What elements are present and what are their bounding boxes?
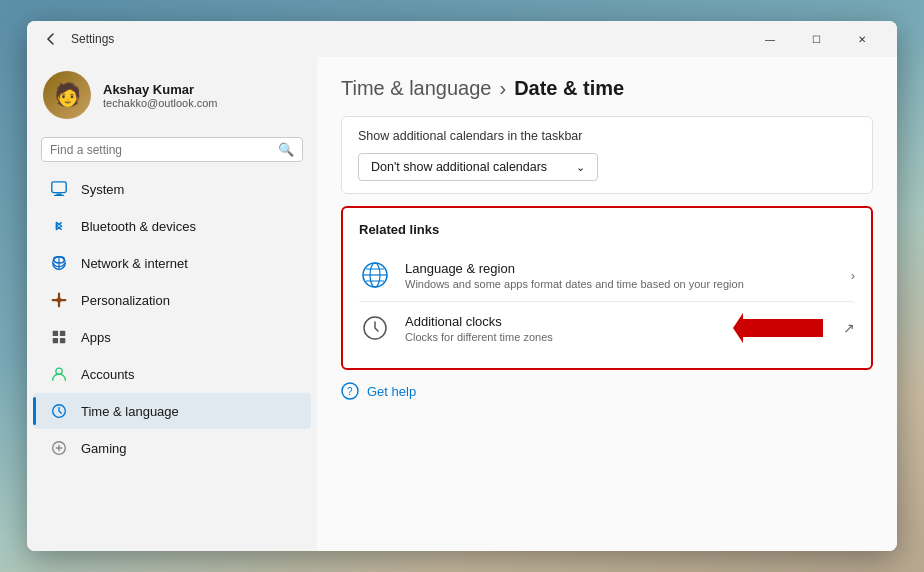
- sidebar-item-label: Accounts: [81, 367, 134, 382]
- gaming-icon: [49, 438, 69, 458]
- apps-icon: [49, 327, 69, 347]
- sidebar-item-bluetooth[interactable]: Bluetooth & devices: [33, 208, 311, 244]
- red-arrow-annotation: [733, 313, 823, 343]
- get-help-link[interactable]: ? Get help: [341, 382, 873, 400]
- get-help-label: Get help: [367, 384, 416, 399]
- breadcrumb-current: Date & time: [514, 77, 624, 100]
- related-links-title: Related links: [359, 222, 855, 237]
- restore-button[interactable]: ☐: [793, 24, 839, 54]
- settings-window: Settings — ☐ ✕ 🧑 Akshay Kumar techakko@o…: [27, 21, 897, 551]
- window-title: Settings: [71, 32, 747, 46]
- sidebar-item-apps[interactable]: Apps: [33, 319, 311, 355]
- svg-rect-8: [60, 338, 65, 343]
- language-icon: [359, 259, 391, 291]
- sidebar-item-label: Personalization: [81, 293, 170, 308]
- sidebar: 🧑 Akshay Kumar techakko@outlook.com 🔍: [27, 57, 317, 551]
- svg-rect-7: [53, 338, 58, 343]
- breadcrumb-separator: ›: [499, 77, 506, 100]
- language-item-desc: Windows and some apps format dates and t…: [405, 278, 837, 290]
- clock-icon: [359, 312, 391, 344]
- chevron-down-icon: ⌄: [576, 161, 585, 174]
- user-email: techakko@outlook.com: [103, 97, 218, 109]
- sidebar-item-label: System: [81, 182, 124, 197]
- calendars-card: Show additional calendars in the taskbar…: [341, 116, 873, 194]
- system-icon: [49, 179, 69, 199]
- svg-rect-5: [53, 331, 58, 336]
- svg-marker-21: [733, 313, 823, 343]
- network-icon: [49, 253, 69, 273]
- user-name: Akshay Kumar: [103, 82, 218, 97]
- chevron-right-icon: ›: [851, 268, 855, 283]
- search-box[interactable]: 🔍: [41, 137, 303, 162]
- back-button[interactable]: [39, 27, 63, 51]
- language-item-title: Language & region: [405, 261, 837, 276]
- related-item-clocks[interactable]: Additional clocks Clocks for different t…: [359, 301, 855, 354]
- personalization-icon: [49, 290, 69, 310]
- clocks-item-title: Additional clocks: [405, 314, 713, 329]
- svg-rect-6: [60, 331, 65, 336]
- breadcrumb: Time & language › Date & time: [341, 77, 873, 100]
- breadcrumb-parent: Time & language: [341, 77, 491, 100]
- window-controls: — ☐ ✕: [747, 24, 885, 54]
- main-layout: 🧑 Akshay Kumar techakko@outlook.com 🔍: [27, 57, 897, 551]
- sidebar-item-network[interactable]: Network & internet: [33, 245, 311, 281]
- svg-text:?: ?: [347, 386, 353, 397]
- search-icon: 🔍: [278, 142, 294, 157]
- avatar: 🧑: [43, 71, 91, 119]
- sidebar-item-label: Apps: [81, 330, 111, 345]
- search-input[interactable]: [50, 143, 272, 157]
- sidebar-item-system[interactable]: System: [33, 171, 311, 207]
- time-icon: [49, 401, 69, 421]
- bluetooth-icon: [49, 216, 69, 236]
- sidebar-item-time[interactable]: Time & language: [33, 393, 311, 429]
- accounts-icon: [49, 364, 69, 384]
- nav-menu: System Bluetooth & devices Network & int…: [27, 170, 317, 467]
- svg-rect-0: [52, 182, 66, 193]
- content-area: Time & language › Date & time Show addit…: [317, 57, 897, 551]
- close-button[interactable]: ✕: [839, 24, 885, 54]
- sidebar-item-accounts[interactable]: Accounts: [33, 356, 311, 392]
- external-link-icon: ↗: [843, 320, 855, 336]
- user-info: Akshay Kumar techakko@outlook.com: [103, 82, 218, 109]
- sidebar-item-label: Bluetooth & devices: [81, 219, 196, 234]
- user-profile[interactable]: 🧑 Akshay Kumar techakko@outlook.com: [27, 57, 317, 133]
- related-item-language[interactable]: Language & region Windows and some apps …: [359, 249, 855, 301]
- sidebar-item-gaming[interactable]: Gaming: [33, 430, 311, 466]
- calendars-dropdown[interactable]: Don't show additional calendars ⌄: [358, 153, 598, 181]
- calendars-label: Show additional calendars in the taskbar: [358, 129, 856, 143]
- sidebar-item-label: Time & language: [81, 404, 179, 419]
- sidebar-item-label: Gaming: [81, 441, 127, 456]
- related-links-card: Related links Language & region: [341, 206, 873, 370]
- titlebar: Settings — ☐ ✕: [27, 21, 897, 57]
- minimize-button[interactable]: —: [747, 24, 793, 54]
- clocks-item-text: Additional clocks Clocks for different t…: [405, 314, 713, 343]
- sidebar-item-label: Network & internet: [81, 256, 188, 271]
- calendars-dropdown-value: Don't show additional calendars: [371, 160, 547, 174]
- clocks-item-desc: Clocks for different time zones: [405, 331, 713, 343]
- sidebar-item-personalization[interactable]: Personalization: [33, 282, 311, 318]
- svg-point-4: [56, 297, 61, 302]
- language-item-text: Language & region Windows and some apps …: [405, 261, 837, 290]
